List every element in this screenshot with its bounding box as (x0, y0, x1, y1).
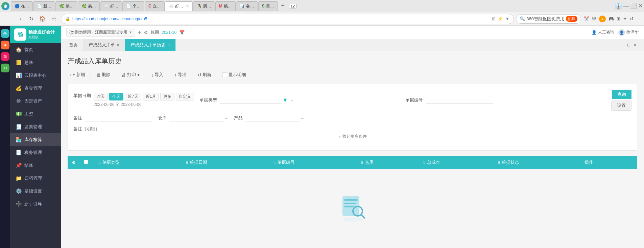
app-icon-2[interactable]: ★ (1, 41, 9, 49)
type-filter-input[interactable] (220, 97, 281, 104)
query-button[interactable]: 查询 (612, 90, 631, 99)
tab-7[interactable]: C 企… (145, 1, 165, 11)
date-btn-today[interactable]: 今天 (109, 93, 123, 100)
collapse-button[interactable]: ∧ 收起更多条件 (334, 132, 371, 141)
nav-item-ledger[interactable]: 📒 总账 (10, 56, 61, 69)
col-number[interactable]: ⇅ 单据编号 (268, 156, 356, 169)
service-button[interactable]: 👤 人工咨询 (592, 29, 614, 35)
tab-count[interactable]: 12 (289, 4, 296, 8)
refresh-button[interactable]: ↺ 刷新 (196, 71, 213, 78)
print-dropdown-icon[interactable]: ▼ (137, 73, 140, 77)
tab-4[interactable]: 🌿 易… (78, 1, 100, 11)
nav-item-archive[interactable]: 📁 归档管理 (10, 172, 61, 185)
back-button[interactable]: ← (3, 14, 13, 24)
tab-3[interactable]: 🌿 易… (55, 1, 77, 11)
date-btn-custom[interactable]: 自定义 (176, 93, 194, 100)
select-all-checkbox[interactable] (84, 160, 88, 164)
browser-search-box[interactable]: 🔍 360智能抠图免费用 热搜 (516, 14, 581, 24)
company-settings-icon[interactable]: ⚙ (144, 30, 148, 35)
add-company-button[interactable]: + (138, 29, 141, 36)
warehouse-filter-input[interactable] (169, 115, 223, 121)
page-tab-list[interactable]: 产成品入库单 ✕ (83, 39, 125, 51)
close-all-tabs-button[interactable]: ✕ (633, 42, 637, 48)
minimize-button[interactable]: — (623, 3, 629, 9)
number-filter-input[interactable] (426, 97, 493, 104)
nav-item-close-account[interactable]: 📌 结账 (10, 159, 61, 172)
url-dropdown[interactable]: ▼ (505, 16, 509, 21)
show-cols-checkbox[interactable] (222, 72, 227, 77)
tab-2[interactable]: 📄 新… (33, 1, 55, 11)
col-warehouse[interactable]: ⇅ 仓库 (356, 156, 418, 169)
import-button[interactable]: ↓ 导入 (150, 71, 165, 78)
maximize-button[interactable]: ⬜ (630, 3, 637, 9)
table-check-col[interactable] (80, 156, 93, 169)
extensions-icon[interactable]: ⚡ (498, 16, 503, 21)
tab-5[interactable]: ☁️ 好… (100, 1, 122, 11)
grid-icon[interactable]: ⊞ (617, 16, 620, 21)
app-icon-1[interactable]: ⊕ (1, 29, 9, 38)
table-gear-col[interactable]: ⚙ (68, 156, 80, 169)
nav-item-salary[interactable]: 💵 工资 (10, 108, 61, 120)
refresh-browser-button[interactable]: ↻ (26, 14, 36, 24)
type-dropdown-icon[interactable]: ▼ (282, 97, 288, 104)
remark2-filter-input[interactable] (102, 126, 170, 132)
company-selector[interactable]: (勿删勿禁用）江西服宝测试专用 ▼ (66, 28, 135, 37)
page-tab-history[interactable]: 产成品入库单历史 ✕ (125, 39, 176, 51)
page-tab-list-close[interactable]: ✕ (116, 43, 119, 47)
type-dots[interactable]: ··· (289, 98, 293, 103)
customize-icon[interactable]: 👔 (615, 2, 622, 10)
show-cols-button[interactable]: 显示明细 (221, 71, 247, 78)
period-calendar-icon[interactable]: 📅 (179, 30, 185, 35)
tab-6[interactable]: 📄 个… (122, 1, 144, 11)
page-tab-history-close[interactable]: ✕ (167, 43, 170, 47)
date-btn-more[interactable]: 更多 (160, 93, 174, 100)
remark-filter-input[interactable] (85, 115, 152, 121)
user-profile-button[interactable]: 👤 徐泽华 (618, 29, 639, 36)
nav-item-settings[interactable]: ⚙️ 基础设置 (10, 185, 61, 198)
scissors-icon[interactable]: ✂️ (584, 16, 589, 21)
nav-item-home[interactable]: 🏠 首页 (10, 43, 61, 56)
nav-item-invoice[interactable]: 🧾 发票管理 (10, 120, 61, 133)
apps-icon[interactable]: ⊞ (492, 16, 496, 21)
tab-11[interactable]: 📊 各… (236, 1, 258, 11)
close-window-button[interactable]: ✕ (638, 3, 643, 9)
date-btn-7days[interactable]: 近7天 (125, 93, 141, 100)
filter-settings-button[interactable]: 设置 (611, 100, 631, 111)
col-type[interactable]: ⇅ 单据类型 (93, 156, 181, 169)
tab-9[interactable]: 🐧 腾… (193, 1, 215, 11)
tab-8[interactable]: ☁️ 好… ✕ (165, 1, 193, 11)
date-btn-yesterday[interactable]: 昨天 (94, 93, 108, 100)
col-date[interactable]: ⇅ 单据日期 (181, 156, 268, 169)
game-icon[interactable]: 🎮 (609, 16, 614, 21)
col-cost[interactable]: ⇅ 总成本 (418, 156, 493, 169)
tab-10[interactable]: M 畅… (215, 1, 236, 11)
new-tab-button[interactable]: + (278, 1, 288, 11)
nav-item-guide[interactable]: ➕ 新手引导 (10, 198, 61, 210)
tab-1[interactable]: 🔵 在… (11, 1, 33, 11)
more-icon[interactable]: … (636, 16, 641, 21)
app-icon-4[interactable]: ✉ (1, 64, 9, 72)
col-status[interactable]: ⇅ 单据状态 (493, 156, 580, 169)
tab-8-close[interactable]: ✕ (186, 4, 189, 8)
warehouse-dots[interactable]: ··· (225, 116, 229, 121)
period-value[interactable]: 2021-10 (162, 30, 176, 35)
product-filter-input[interactable] (245, 115, 300, 121)
print-button[interactable]: 🖨 打印 ▼ (120, 71, 142, 78)
nav-item-inventory[interactable]: 🏪 库存核算 (10, 133, 61, 146)
forward-button[interactable]: → (15, 14, 24, 24)
nav-item-report[interactable]: 📊 云报表中心 (10, 69, 61, 82)
history-icon[interactable]: ↺ (630, 16, 634, 21)
nav-item-asset[interactable]: 🏛 固定资产 (10, 95, 61, 108)
gear-icon[interactable]: ⚙ (72, 160, 76, 165)
translate-icon[interactable]: 译 (592, 16, 596, 22)
new-button[interactable]: + + 新增 (68, 71, 87, 78)
export-button[interactable]: ↑ 导出 (173, 71, 188, 78)
product-dots[interactable]: ··· (301, 116, 305, 121)
nav-item-tax[interactable]: 📑 税务管理 (10, 146, 61, 159)
breadcrumb-home[interactable]: 首页 (64, 39, 83, 51)
delete-button[interactable]: 🗑 删除 (95, 71, 112, 78)
theme-icon[interactable]: ☀ (623, 16, 627, 21)
url-bar[interactable]: 🔒 https://cloud.chanjet.com/accounting/u… (61, 14, 514, 24)
home-browser-button[interactable]: 🏠 (38, 14, 47, 24)
maximize-panel-button[interactable]: ⊡ (627, 43, 630, 47)
